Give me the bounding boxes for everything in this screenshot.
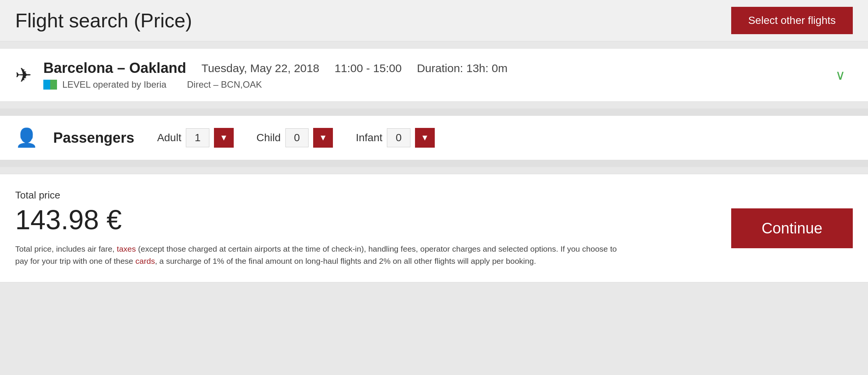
flight-duration: Duration: 13h: 0m xyxy=(417,62,507,75)
price-disclaimer: Total price, includes air fare, taxes (e… xyxy=(15,243,623,267)
price-section: Total price 143.98 € Total price, includ… xyxy=(15,189,731,267)
flight-card: ✈ Barcelona – Oakland Tuesday, May 22, 2… xyxy=(0,48,868,102)
child-dropdown-button[interactable]: ▼ xyxy=(313,128,333,148)
child-count: 0 xyxy=(285,128,309,147)
adult-count: 1 xyxy=(186,128,209,147)
adult-label: Adult xyxy=(157,132,181,144)
total-price-label: Total price xyxy=(15,189,731,201)
separator-1 xyxy=(0,109,868,115)
select-other-flights-button[interactable]: Select other flights xyxy=(731,7,853,34)
taxes-link[interactable]: taxes xyxy=(117,244,136,253)
child-label: Child xyxy=(257,132,281,144)
cards-link[interactable]: cards xyxy=(135,257,155,265)
level-logo xyxy=(43,80,57,90)
adult-dropdown-button[interactable]: ▼ xyxy=(214,128,234,148)
adult-chevron-icon: ▼ xyxy=(220,133,228,143)
adult-group: Adult 1 ▼ xyxy=(157,128,233,148)
total-price-value: 143.98 € xyxy=(15,204,731,235)
flight-info: ✈ Barcelona – Oakland Tuesday, May 22, 2… xyxy=(15,60,507,90)
passengers-icon: 👤 xyxy=(15,127,38,148)
child-group: Child 0 ▼ xyxy=(257,128,333,148)
price-card: Total price 143.98 € Total price, includ… xyxy=(0,174,868,282)
child-chevron-icon: ▼ xyxy=(319,133,327,143)
infant-dropdown-button[interactable]: ▼ xyxy=(415,128,435,148)
page-title: Flight search (Price) xyxy=(15,9,192,32)
flight-expand-chevron[interactable]: ∨ xyxy=(835,67,845,83)
disclaimer-text-1: Total price, includes air fare, xyxy=(15,244,117,253)
flight-route: Barcelona – Oakland xyxy=(43,60,186,76)
disclaimer-text-3: , a surcharge of 1% of the final amount … xyxy=(155,257,536,265)
infant-group: Infant 0 ▼ xyxy=(356,128,435,148)
separator-2 xyxy=(0,160,868,167)
flight-details: Barcelona – Oakland Tuesday, May 22, 201… xyxy=(43,60,507,90)
continue-button[interactable]: Continue xyxy=(731,208,853,248)
passengers-card: 👤 Passengers Adult 1 ▼ Child 0 ▼ Infant … xyxy=(0,115,868,160)
plane-icon: ✈ xyxy=(15,64,32,87)
page-header: Flight search (Price) Select other fligh… xyxy=(0,0,868,41)
infant-label: Infant xyxy=(356,132,382,144)
flight-date: Tuesday, May 22, 2018 xyxy=(201,62,319,75)
flight-operator-row: LEVEL operated by Iberia Direct – BCN,OA… xyxy=(43,79,507,90)
infant-count: 0 xyxy=(387,128,410,147)
infant-chevron-icon: ▼ xyxy=(421,133,429,143)
flight-direct: Direct – BCN,OAK xyxy=(187,79,262,90)
flight-time: 11:00 - 15:00 xyxy=(334,62,402,75)
passengers-label: Passengers xyxy=(53,130,134,146)
flight-operator: LEVEL operated by Iberia xyxy=(62,79,166,90)
flight-route-row: Barcelona – Oakland Tuesday, May 22, 201… xyxy=(43,60,507,76)
